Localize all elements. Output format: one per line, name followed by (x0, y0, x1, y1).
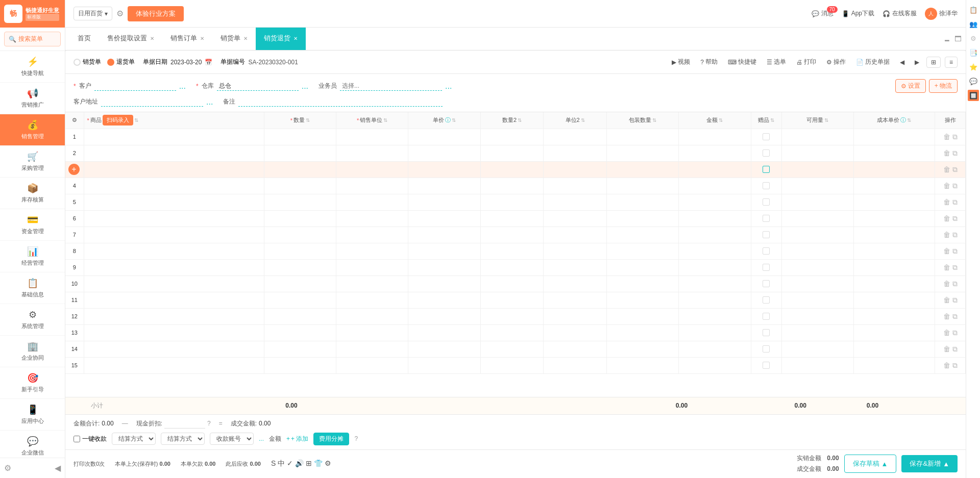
tab-close-price[interactable]: ✕ (150, 36, 154, 41)
pack-qty-cell[interactable] (607, 210, 679, 227)
sort-pack-icon[interactable]: ⇅ (652, 117, 656, 123)
shortcut-button[interactable]: ⌨ 快捷键 (725, 56, 760, 68)
pack-qty-cell[interactable] (607, 243, 679, 259)
scan-button[interactable]: 扫码录入 (103, 115, 133, 125)
unit2-cell[interactable] (544, 308, 607, 324)
split-help-icon[interactable]: ? (354, 435, 358, 442)
gift-checkbox[interactable] (763, 247, 770, 255)
sales-unit-cell[interactable] (336, 259, 408, 275)
sales-unit-cell[interactable] (336, 341, 408, 357)
delete-row-icon[interactable]: 🗑 (943, 231, 950, 239)
copy-row-icon[interactable]: ⧉ (952, 214, 958, 223)
available-cell[interactable] (781, 194, 853, 210)
qty2-cell[interactable] (480, 259, 544, 275)
sales-unit-cell[interactable] (336, 210, 408, 227)
unit-price-cell[interactable] (408, 210, 480, 227)
unit2-cell[interactable] (544, 145, 607, 161)
available-cell[interactable] (781, 341, 853, 357)
history-button[interactable]: 📄 历史单据 (853, 56, 893, 68)
customer-input[interactable] (94, 81, 176, 91)
available-cell[interactable] (781, 129, 853, 145)
settings-gear-icon[interactable]: ⚙ (116, 9, 124, 18)
sidebar-item-sales[interactable]: 💰 销售管理 (0, 114, 65, 146)
delete-row-icon[interactable]: 🗑 (943, 345, 950, 354)
copy-row-icon[interactable]: ⧉ (952, 133, 958, 141)
cost-info-icon[interactable]: ⓘ (900, 116, 906, 124)
gift-checkbox[interactable] (763, 313, 770, 320)
delete-row-icon[interactable]: 🗑 (943, 198, 950, 207)
view-list-button[interactable]: ≡ (945, 57, 958, 68)
product-input[interactable] (87, 166, 261, 172)
unit2-cell[interactable] (544, 357, 607, 373)
one-click-checkbox-input[interactable] (74, 436, 80, 442)
gift-checkbox[interactable] (763, 182, 770, 189)
tab-close-order[interactable]: ✕ (200, 36, 204, 41)
select-button[interactable]: ☰ 选单 (764, 56, 789, 68)
quantity-cell[interactable] (264, 308, 336, 324)
sort-cost-icon[interactable]: ⇅ (907, 117, 911, 123)
pack-qty-cell[interactable] (607, 259, 679, 275)
copy-row-icon[interactable]: ⧉ (952, 182, 958, 190)
quantity-cell[interactable] (264, 357, 336, 373)
pack-qty-cell[interactable] (607, 308, 679, 324)
pack-qty-cell[interactable] (607, 275, 679, 292)
product-cell[interactable] (84, 210, 264, 227)
amount-cell[interactable] (679, 324, 751, 341)
product-cell[interactable] (84, 129, 264, 145)
cost-price-cell[interactable] (853, 161, 935, 178)
qty2-cell[interactable] (480, 243, 544, 259)
unit-price-cell[interactable] (408, 324, 480, 341)
sales-unit-cell[interactable] (336, 178, 408, 194)
pack-qty-cell[interactable] (607, 161, 679, 178)
unit-price-cell[interactable] (408, 308, 480, 324)
unit-price-cell[interactable] (408, 357, 480, 373)
delete-row-icon[interactable]: 🗑 (943, 165, 950, 174)
app-download-button[interactable]: 📱 App下载 (842, 9, 874, 18)
save-draft-button[interactable]: 保存草稿 ▲ (844, 455, 897, 473)
warehouse-input[interactable] (217, 81, 299, 91)
sales-unit-cell[interactable] (336, 275, 408, 292)
available-cell[interactable] (781, 308, 853, 324)
gift-checkbox[interactable] (763, 296, 770, 304)
quantity-cell[interactable] (264, 227, 336, 243)
pack-qty-cell[interactable] (607, 129, 679, 145)
qty2-cell[interactable] (480, 129, 544, 145)
calculation-method-select[interactable]: 结算方式 (161, 433, 205, 445)
pack-qty-cell[interactable] (607, 341, 679, 357)
delete-row-icon[interactable]: 🗑 (943, 280, 950, 288)
copy-row-icon[interactable]: ⧉ (952, 345, 958, 354)
cost-price-cell[interactable] (853, 129, 935, 145)
tab-sales-delivery[interactable]: 销货单 ✕ (212, 28, 256, 50)
product-cell[interactable] (84, 357, 264, 373)
unit2-cell[interactable] (544, 194, 607, 210)
quantity-cell[interactable] (264, 145, 336, 161)
pack-qty-cell[interactable] (607, 178, 679, 194)
sidebar-item-basic[interactable]: 📋 基础信息 (0, 272, 65, 304)
available-cell[interactable] (781, 243, 853, 259)
delete-row-icon[interactable]: 🗑 (943, 263, 950, 272)
copy-row-icon[interactable]: ⧉ (952, 280, 958, 288)
sort-amount-icon[interactable]: ⇅ (719, 117, 723, 123)
sales-unit-cell[interactable] (336, 161, 408, 178)
sort-unit-icon[interactable]: ⇅ (383, 117, 387, 123)
cost-price-cell[interactable] (853, 357, 935, 373)
available-cell[interactable] (781, 161, 853, 178)
amount-cell[interactable] (679, 145, 751, 161)
unit2-cell[interactable] (544, 324, 607, 341)
qty2-cell[interactable] (480, 357, 544, 373)
amount-cell[interactable] (679, 275, 751, 292)
message-button[interactable]: 💬 消息 70 (812, 9, 834, 18)
delete-row-icon[interactable]: 🗑 (943, 182, 950, 190)
sort-available-icon[interactable]: ⇅ (824, 117, 828, 123)
amount-cell[interactable] (679, 178, 751, 194)
radio-sales[interactable]: 销货单 (74, 58, 101, 66)
amount-cell[interactable] (679, 308, 751, 324)
sidebar-item-system[interactable]: ⚙ 系统管理 (0, 304, 65, 336)
quantity-cell[interactable] (264, 210, 336, 227)
settings-icon[interactable]: ⚙ (4, 463, 11, 473)
right-icon-form[interactable]: 📋 (968, 4, 979, 15)
quantity-cell[interactable] (264, 194, 336, 210)
gift-checkbox[interactable] (763, 215, 770, 222)
warehouse-select-btn[interactable]: ... (302, 82, 308, 91)
sort-gift-icon[interactable]: ⇅ (770, 117, 774, 123)
